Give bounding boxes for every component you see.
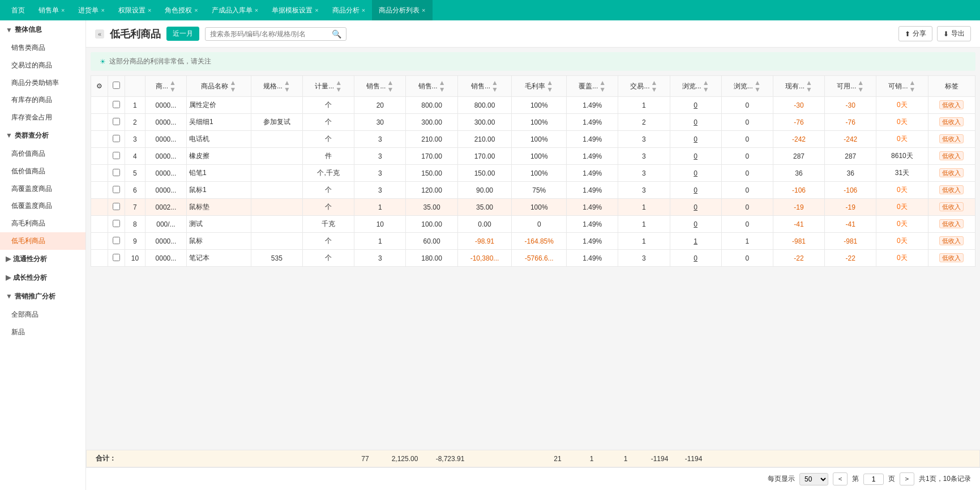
tab-recent-month[interactable]: 近一月	[166, 27, 199, 41]
row-checkbox-6[interactable]	[113, 203, 120, 210]
cell-view1[interactable]: 0	[670, 131, 721, 148]
cell-view1[interactable]: 0	[670, 165, 721, 182]
nav-close-sales[interactable]: ×	[61, 7, 65, 14]
th-available[interactable]: 可用...▲▼	[825, 76, 876, 97]
sidebar-group-marketing[interactable]: ▼ 营销推广分析	[0, 287, 85, 306]
row-checkbox-5[interactable]	[113, 186, 120, 193]
nav-item-purchase[interactable]: 进货单 ×	[71, 0, 111, 20]
nav-close-analysis-list[interactable]: ×	[422, 7, 425, 14]
sidebar-group-growth[interactable]: ▶ 成长性分析	[0, 269, 85, 287]
row-checkbox-4[interactable]	[113, 169, 120, 176]
sidebar-item-in-stock[interactable]: 有库存的商品	[0, 91, 85, 109]
cell-name[interactable]: 鼠标1	[187, 182, 251, 199]
prev-page-button[interactable]: ＜	[833, 472, 848, 485]
sidebar-group-cluster[interactable]: ▼ 类群查分析	[0, 126, 85, 145]
row-checkbox-9[interactable]	[113, 254, 120, 261]
th-code[interactable]: 商...▲▼	[145, 76, 186, 97]
cell-name[interactable]: 吴细细1	[187, 114, 251, 131]
page-size-select[interactable]: 50 100 200	[799, 473, 828, 485]
search-input[interactable]	[210, 30, 332, 38]
cell-checkbox[interactable]	[108, 97, 125, 114]
cell-view1[interactable]: 0	[670, 148, 721, 165]
cell-view1[interactable]: 0	[670, 216, 721, 233]
th-current-stock[interactable]: 现有...▲▼	[773, 76, 824, 97]
th-sales-amount[interactable]: 销售...▲▼	[406, 76, 457, 97]
nav-close-product-in[interactable]: ×	[255, 7, 258, 14]
nav-item-permissions[interactable]: 权限设置 ×	[112, 0, 158, 20]
export-button[interactable]: ⬇ 导出	[937, 26, 971, 41]
th-sales-qty[interactable]: 销售...▲▼	[354, 76, 406, 97]
next-page-button[interactable]: ＞	[900, 472, 914, 485]
search-box[interactable]: 🔍	[205, 27, 346, 41]
share-button[interactable]: ⬆ 分享	[898, 26, 932, 41]
cell-name[interactable]: 电话机	[187, 131, 251, 148]
nav-item-sales[interactable]: 销售单 ×	[32, 0, 71, 20]
cell-view1[interactable]: 0	[670, 182, 721, 199]
cell-checkbox[interactable]	[108, 182, 125, 199]
nav-item-product-in[interactable]: 产成品入库单 ×	[205, 0, 265, 20]
cell-checkbox[interactable]	[108, 199, 125, 216]
th-checkbox[interactable]	[108, 76, 125, 97]
row-checkbox-8[interactable]	[113, 237, 120, 244]
th-sales-profit[interactable]: 销售...▲▼	[457, 76, 512, 97]
row-checkbox-7[interactable]	[113, 220, 120, 227]
cell-checkbox[interactable]	[108, 131, 125, 148]
cell-name[interactable]: 鼠标	[187, 233, 251, 250]
sidebar-item-low-value[interactable]: 低价值商品	[0, 163, 85, 180]
cell-name[interactable]: 属性定价	[187, 97, 251, 114]
row-checkbox-1[interactable]	[113, 118, 120, 125]
cell-view1[interactable]: 0	[670, 114, 721, 131]
th-setting[interactable]: ⚙	[91, 76, 108, 97]
cell-name[interactable]: 测试	[187, 216, 251, 233]
cell-name[interactable]: 笔记本	[187, 250, 251, 267]
search-icon[interactable]: 🔍	[332, 29, 341, 39]
cell-view1[interactable]: 0	[670, 199, 721, 216]
sidebar-item-sales-products[interactable]: 销售类商品	[0, 39, 85, 57]
sidebar-item-high-margin[interactable]: 高毛利商品	[0, 215, 85, 232]
nav-close-product-analysis[interactable]: ×	[362, 7, 365, 14]
nav-close-template[interactable]: ×	[315, 7, 318, 14]
th-transaction[interactable]: 交易...▲▼	[618, 76, 670, 97]
nav-item-roles[interactable]: 角色授权 ×	[158, 0, 204, 20]
nav-close-permissions[interactable]: ×	[148, 7, 151, 14]
page-number-input[interactable]	[863, 474, 884, 485]
th-spec[interactable]: 规格...▲▼	[251, 76, 302, 97]
nav-item-analysis-list[interactable]: 商品分析列表 ×	[372, 0, 432, 20]
row-checkbox-0[interactable]	[113, 101, 120, 108]
cell-checkbox[interactable]	[108, 165, 125, 182]
cell-view1[interactable]: 0	[670, 250, 721, 267]
th-view1[interactable]: 浏览...▲▼	[670, 76, 721, 97]
cell-checkbox[interactable]	[108, 148, 125, 165]
cell-view1[interactable]: 0	[670, 97, 721, 114]
th-coverage[interactable]: 覆盖...▲▼	[567, 76, 618, 97]
cell-name[interactable]: 橡皮擦	[187, 148, 251, 165]
nav-close-roles[interactable]: ×	[194, 7, 198, 14]
select-all-checkbox[interactable]	[113, 82, 120, 89]
th-tag[interactable]: 标签	[928, 76, 975, 97]
sidebar-item-new-products[interactable]: 新品	[0, 323, 85, 341]
sidebar-group-overall[interactable]: ▼ 整体信息	[0, 20, 85, 39]
sidebar-item-high-coverage[interactable]: 高覆盖度商品	[0, 180, 85, 198]
nav-item-home[interactable]: 首页	[5, 0, 32, 20]
cell-checkbox[interactable]	[108, 250, 125, 267]
sidebar-item-low-coverage[interactable]: 低覆盖度商品	[0, 197, 85, 215]
th-name[interactable]: 商品名称▲▼	[187, 76, 251, 97]
nav-item-template[interactable]: 单据模板设置 ×	[265, 0, 325, 20]
sidebar-item-low-margin[interactable]: 低毛利商品	[0, 232, 85, 250]
row-checkbox-2[interactable]	[113, 135, 120, 142]
th-unit[interactable]: 计量...▲▼	[303, 76, 354, 97]
sidebar-item-high-value[interactable]: 高价值商品	[0, 145, 85, 163]
cell-name[interactable]: 鼠标垫	[187, 199, 251, 216]
row-checkbox-3[interactable]	[113, 152, 120, 159]
sidebar-item-stock-funds[interactable]: 库存资金占用	[0, 109, 85, 126]
cell-checkbox[interactable]	[108, 216, 125, 233]
cell-view1[interactable]: 1	[670, 233, 721, 250]
cell-checkbox[interactable]	[108, 233, 125, 250]
cell-checkbox[interactable]	[108, 114, 125, 131]
th-sellable[interactable]: 可销...▲▼	[876, 76, 928, 97]
collapse-sidebar-button[interactable]: «	[95, 29, 104, 39]
sidebar-item-all-products[interactable]: 全部商品	[0, 306, 85, 323]
th-view2[interactable]: 浏览...▲▼	[721, 76, 773, 97]
nav-item-product-analysis[interactable]: 商品分析 ×	[326, 0, 372, 20]
sidebar-item-category-rate[interactable]: 商品分类助销率	[0, 74, 85, 92]
